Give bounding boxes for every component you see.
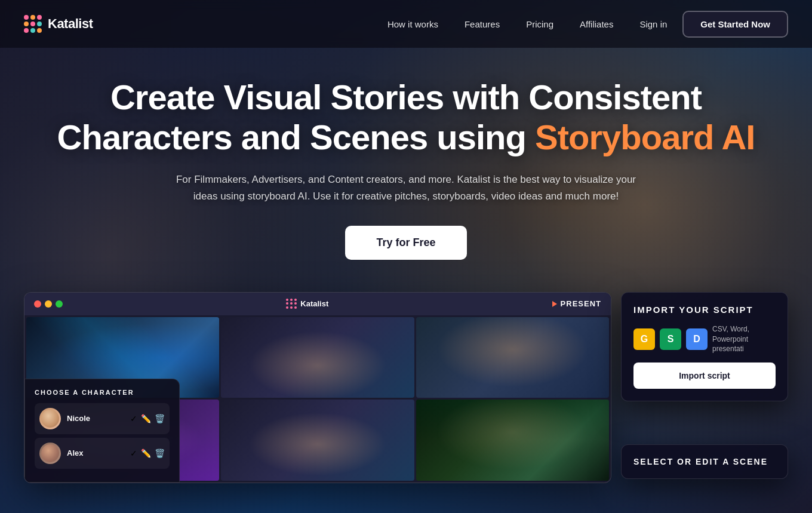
try-for-free-button[interactable]: Try for Free: [345, 226, 466, 260]
browser-bar: Katalist PRESENT: [24, 293, 611, 315]
character-item-nicole[interactable]: Nicole ✓ ✏️ 🗑️: [35, 403, 170, 434]
bldot-7: [286, 306, 288, 309]
nav-link-features[interactable]: Features: [454, 14, 510, 34]
logo-dots-grid: [24, 15, 42, 33]
edit-icon-2[interactable]: ✏️: [141, 449, 151, 458]
edit-icon[interactable]: ✏️: [141, 414, 151, 423]
bldot-1: [286, 299, 288, 301]
browser-dot-close: [34, 300, 41, 308]
hero-title: Create Visual Stories with Consistent Ch…: [24, 78, 788, 157]
nav-link-pricing[interactable]: Pricing: [515, 14, 564, 34]
browser-app-name: Katalist: [300, 299, 328, 308]
logo-dot-3: [37, 15, 42, 20]
hero-section: Create Visual Stories with Consistent Ch…: [0, 48, 812, 278]
logo-dot-5: [30, 21, 35, 26]
docs-icon-symbol: D: [693, 334, 700, 345]
import-script-panel: IMPORT YOUR SCRIPT G S D CSV, Word, Powe…: [621, 292, 788, 401]
logo-dot-4: [24, 21, 29, 26]
storyboard-cell-5[interactable]: [221, 400, 414, 481]
delete-icon-2[interactable]: 🗑️: [155, 449, 165, 458]
import-script-button[interactable]: Import script: [633, 363, 776, 389]
storyboard-cell-3[interactable]: [416, 317, 609, 398]
logo-dot-6: [37, 21, 42, 26]
hero-title-line2: Characters and Scenes using: [57, 118, 526, 156]
nav-links: How it works Features Pricing Affiliates…: [377, 11, 788, 38]
sheets-icon: S: [660, 328, 681, 350]
delete-icon[interactable]: 🗑️: [155, 414, 165, 423]
nav-link-affiliates[interactable]: Affiliates: [569, 14, 624, 34]
bldot-4: [286, 302, 288, 305]
preview-area: Katalist PRESENT CHOOSE A CHARACTER: [24, 292, 788, 483]
nav-link-sign-in[interactable]: Sign in: [629, 14, 678, 34]
scene-panel-title: SELECT OR EDIT A SCENE: [633, 457, 776, 466]
browser-window-controls: [34, 300, 63, 308]
character-avatar-nicole: [39, 408, 61, 429]
get-started-button[interactable]: Get Started Now: [682, 11, 788, 38]
check-icon-2[interactable]: ✓: [130, 449, 137, 458]
bldot-6: [294, 302, 297, 305]
navbar: Katalist How it works Features Pricing A…: [0, 0, 812, 48]
logo-dot-9: [37, 28, 42, 33]
bldot-9: [294, 306, 297, 309]
character-avatar-alex: [39, 443, 61, 464]
right-panels: IMPORT YOUR SCRIPT G S D CSV, Word, Powe…: [621, 292, 788, 443]
scene-panel: SELECT OR EDIT A SCENE: [621, 444, 788, 479]
logo-dot-1: [24, 15, 29, 20]
play-icon: [552, 301, 557, 307]
character-name-alex: Alex: [67, 449, 124, 457]
browser-logo-dots: [286, 299, 297, 309]
character-panel-title: CHOOSE A CHARACTER: [35, 389, 170, 396]
nav-link-how-it-works[interactable]: How it works: [377, 14, 449, 34]
browser-dot-maximize: [56, 300, 63, 308]
bldot-3: [294, 299, 297, 301]
storyboard-cell-2[interactable]: [221, 317, 414, 398]
brand-name: Katalist: [48, 16, 93, 32]
import-file-types: CSV, Word, Powerpoint presentati: [712, 324, 776, 354]
import-file-icons: G S D CSV, Word, Powerpoint presentati: [633, 324, 776, 354]
logo-dot-2: [30, 15, 35, 20]
character-item-alex[interactable]: Alex ✓ ✏️ 🗑️: [35, 438, 170, 469]
check-icon[interactable]: ✓: [130, 414, 137, 423]
bldot-2: [290, 299, 293, 301]
hero-title-line1: Create Visual Stories with Consistent: [110, 78, 702, 116]
character-actions-nicole: ✓ ✏️ 🗑️: [130, 414, 165, 423]
bldot-8: [290, 306, 293, 309]
hero-title-accent: Storyboard AI: [535, 118, 755, 156]
sheets-icon-symbol: S: [668, 334, 674, 345]
storyboard-cell-6[interactable]: [416, 400, 609, 481]
hero-subtitle: For Filmmakers, Advertisers, and Content…: [173, 171, 639, 204]
character-panel: CHOOSE A CHARACTER Nicole ✓ ✏️ 🗑️: [24, 379, 180, 483]
character-actions-alex: ✓ ✏️ 🗑️: [130, 449, 165, 458]
browser-mockup: Katalist PRESENT CHOOSE A CHARACTER: [24, 292, 611, 483]
present-button[interactable]: PRESENT: [552, 299, 601, 308]
present-label: PRESENT: [561, 299, 601, 308]
avatar-face-alex: [41, 444, 59, 462]
logo-dot-7: [24, 28, 29, 33]
docs-icon: D: [686, 328, 708, 350]
avatar-face-nicole: [41, 410, 59, 428]
slides-icon: G: [633, 328, 655, 350]
brand-logo[interactable]: Katalist: [24, 15, 93, 33]
logo-dot-8: [30, 28, 35, 33]
import-panel-title: IMPORT YOUR SCRIPT: [633, 305, 776, 315]
bldot-5: [290, 302, 293, 305]
slides-icon-symbol: G: [641, 334, 648, 345]
browser-app-logo: Katalist: [286, 299, 328, 309]
character-name-nicole: Nicole: [67, 414, 124, 423]
browser-dot-minimize: [45, 300, 52, 308]
